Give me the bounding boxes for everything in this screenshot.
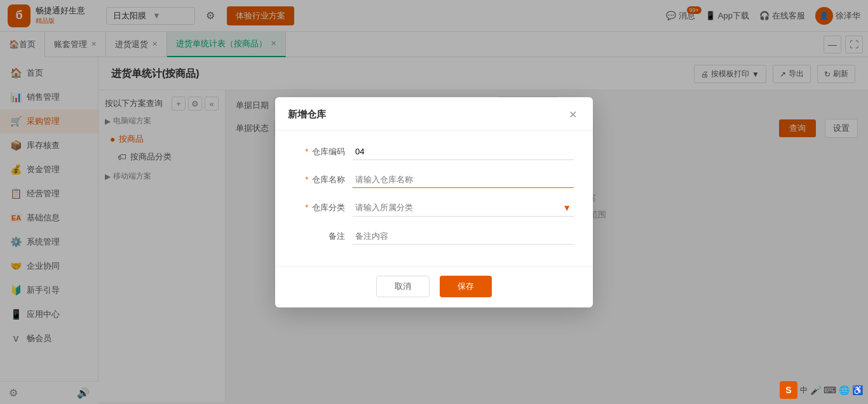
modal-close-button[interactable]: ✕ [565,107,580,123]
warehouse-category-label: * 仓库分类 [294,202,345,213]
modal-title: 新增仓库 [288,109,326,121]
warehouse-category-row: * 仓库分类 ▼ [294,199,574,217]
warehouse-note-input[interactable] [353,228,574,245]
s-logo: S 中 🎤 ⌨ 🌐 ♿ [780,381,863,399]
modal-body: * 仓库编码 * 仓库名称 * 仓库分类 [275,131,593,266]
category-dropdown-arrow-icon: ▼ [562,203,571,213]
mic-icon: 🎤 [810,385,821,395]
warehouse-code-label: * 仓库编码 [294,146,345,158]
warehouse-category-select[interactable]: ▼ [353,199,574,217]
category-select-input[interactable] [355,203,562,212]
accessibility-icon: ♿ [852,385,863,395]
modal-header: 新增仓库 ✕ [275,97,593,131]
warehouse-name-input[interactable] [353,172,574,188]
warehouse-note-row: 备注 [294,228,574,245]
warehouse-code-input[interactable] [353,144,574,160]
cancel-button[interactable]: 取消 [376,276,430,297]
modal-overlay[interactable]: 新增仓库 ✕ * 仓库编码 * 仓库名称 [0,0,868,404]
warehouse-name-label: * 仓库名称 [294,174,345,185]
warehouse-name-row: * 仓库名称 [294,172,574,188]
warehouse-code-row: * 仓库编码 [294,144,574,160]
save-button[interactable]: 保存 [440,276,492,297]
add-warehouse-modal: 新增仓库 ✕ * 仓库编码 * 仓库名称 [275,97,593,307]
modal-footer: 取消 保存 [275,266,593,307]
warehouse-note-label: 备注 [294,231,345,242]
s-logo-text: 中 [800,385,808,396]
translate-icon: 🌐 [839,385,850,395]
keyboard-icon: ⌨ [824,385,836,395]
s-badge-icon: S [780,381,797,399]
